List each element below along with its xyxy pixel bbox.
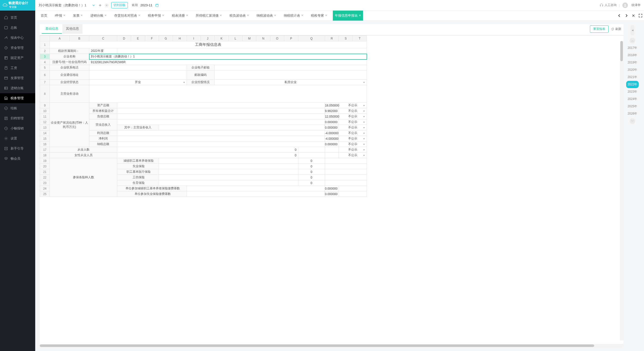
column-header[interactable]: Q xyxy=(298,36,325,41)
period-value[interactable]: 2023-11 xyxy=(140,3,152,7)
close-icon[interactable]: ✕ xyxy=(220,14,222,17)
cell[interactable] xyxy=(89,85,367,103)
row-header[interactable]: 15 xyxy=(40,136,50,142)
close-icon[interactable]: ✕ xyxy=(104,14,107,17)
cell[interactable]: 0.000000 xyxy=(325,119,339,125)
cell[interactable]: 单位参加失业保险缴费基数 xyxy=(117,191,187,197)
row-header[interactable]: 17 xyxy=(40,147,50,153)
column-header[interactable]: B xyxy=(69,36,89,41)
sidebar-item[interactable]: 税务管理 xyxy=(0,93,35,103)
avatar[interactable] xyxy=(622,3,628,8)
cell[interactable] xyxy=(117,108,325,114)
sidebar-item[interactable]: 首页 xyxy=(0,13,35,23)
cell[interactable] xyxy=(159,180,298,186)
close-icon[interactable]: ✕ xyxy=(247,14,249,17)
year-item[interactable]: 2021年 xyxy=(626,74,639,81)
cell[interactable]: 0.000000 xyxy=(325,186,339,191)
column-header[interactable]: A xyxy=(50,36,69,41)
cell[interactable] xyxy=(187,191,325,197)
year-item[interactable]: 2022年 xyxy=(626,81,639,88)
column-header[interactable]: R xyxy=(325,36,339,41)
cell[interactable]: 税款所属期间： xyxy=(50,48,89,54)
user-name[interactable]: 徐泽华 xyxy=(631,3,640,7)
row-header[interactable]: 7 xyxy=(40,80,50,85)
fullscreen-button[interactable] xyxy=(637,12,644,19)
tab[interactable]: 税检专家✕ xyxy=(309,11,329,21)
tab[interactable]: i申报✕ xyxy=(53,11,67,21)
sidebar-item[interactable]: 固定资产 xyxy=(0,53,35,63)
column-header[interactable]: P xyxy=(284,36,298,41)
cell[interactable] xyxy=(298,153,325,158)
column-header[interactable]: N xyxy=(256,36,270,41)
rail-collapse-handle[interactable]: ◀ xyxy=(631,25,634,35)
cell[interactable]: 不公示 xyxy=(339,147,367,153)
year-down-button[interactable]: ﹀ xyxy=(630,118,635,124)
tab[interactable]: 发票✕ xyxy=(71,11,85,21)
tab[interactable]: 税表清册✕ xyxy=(170,11,190,21)
sidebar-item[interactable]: 总账 xyxy=(0,23,35,33)
vertical-scrollbar[interactable] xyxy=(620,41,623,340)
row-header[interactable]: 13 xyxy=(40,125,50,130)
cell[interactable] xyxy=(339,186,367,191)
cell[interactable]: 主营业务活动 xyxy=(50,85,89,103)
cell[interactable]: 0 xyxy=(298,180,325,186)
cell[interactable] xyxy=(117,130,325,136)
cell[interactable]: 0.000000 xyxy=(325,142,339,147)
cell[interactable] xyxy=(325,158,367,164)
cell[interactable]: 工伤保险 xyxy=(117,175,159,180)
row-header[interactable]: 14 xyxy=(40,130,50,136)
cell[interactable]: 不公示 xyxy=(339,119,367,125)
cell[interactable]: 9.992000 xyxy=(325,108,339,114)
cell[interactable]: 0 xyxy=(117,153,298,158)
cell[interactable] xyxy=(159,169,298,175)
subtab[interactable]: 基础信息 xyxy=(42,24,62,34)
cell[interactable]: 私营企业 xyxy=(215,80,367,85)
tab[interactable]: 税务申报✕ xyxy=(146,11,166,21)
year-item[interactable]: 2025年 xyxy=(626,103,639,110)
column-header[interactable]: C xyxy=(89,36,117,41)
year-item[interactable]: 2019年 xyxy=(626,59,639,66)
row-header[interactable]: 2 xyxy=(40,48,50,54)
cell[interactable]: 所有者权益合计 xyxy=(89,108,117,114)
cell[interactable]: 不公示 xyxy=(339,142,367,147)
cell[interactable]: 不公示 xyxy=(339,125,367,130)
row-header[interactable]: 10 xyxy=(40,108,50,114)
close-icon[interactable]: ✕ xyxy=(301,14,303,17)
cell[interactable]: 91320811MA7NGR2W6R xyxy=(89,59,367,65)
row-header[interactable]: 22 xyxy=(40,175,50,180)
row-header[interactable]: 9 xyxy=(40,103,50,108)
close-icon[interactable]: ✕ xyxy=(359,14,361,17)
year-item[interactable]: 2026年 xyxy=(626,110,639,117)
sidebar-item[interactable]: 新手引导 xyxy=(0,144,35,154)
cell[interactable]: 女性从业人员 xyxy=(50,153,117,158)
cell[interactable] xyxy=(325,153,339,158)
sidebar-item[interactable]: 报表中心 xyxy=(0,33,35,43)
cell[interactable]: 资产总额 xyxy=(89,103,117,108)
tabs-next-button[interactable] xyxy=(623,12,630,19)
year-item[interactable]: 2018年 xyxy=(626,52,639,59)
cell[interactable] xyxy=(215,71,367,80)
sidebar-item[interactable]: 结账 xyxy=(0,103,35,113)
column-header[interactable]: G xyxy=(159,36,173,41)
cell[interactable] xyxy=(325,175,367,180)
cell[interactable]: 0 xyxy=(298,164,325,169)
year-item[interactable]: 2020年 xyxy=(626,66,639,74)
sidebar-item[interactable]: 进销台账 xyxy=(0,83,35,93)
cell[interactable] xyxy=(325,147,339,153)
refresh-button[interactable]: 刷新 xyxy=(611,27,621,31)
column-header[interactable]: S xyxy=(339,36,352,41)
gear-icon[interactable] xyxy=(105,3,109,7)
cell[interactable]: 0 xyxy=(298,169,325,175)
tab[interactable]: 纳税统计表✕ xyxy=(282,11,305,21)
cell[interactable]: 不公示 xyxy=(339,108,367,114)
cell[interactable]: 0 xyxy=(298,175,325,180)
cell[interactable] xyxy=(187,186,325,191)
cell[interactable]: 刘小艳演示账套（勿删勿动！）1 xyxy=(89,54,367,59)
close-icon[interactable]: ✕ xyxy=(80,14,83,17)
cell[interactable] xyxy=(117,142,325,147)
sidebar-item[interactable]: 资金管理 xyxy=(0,43,35,53)
tabs-close-all-button[interactable] xyxy=(630,12,637,19)
cell[interactable]: 0 xyxy=(298,158,325,164)
cell[interactable]: 不公示 xyxy=(339,136,367,142)
tab[interactable]: 首页 xyxy=(39,11,49,21)
